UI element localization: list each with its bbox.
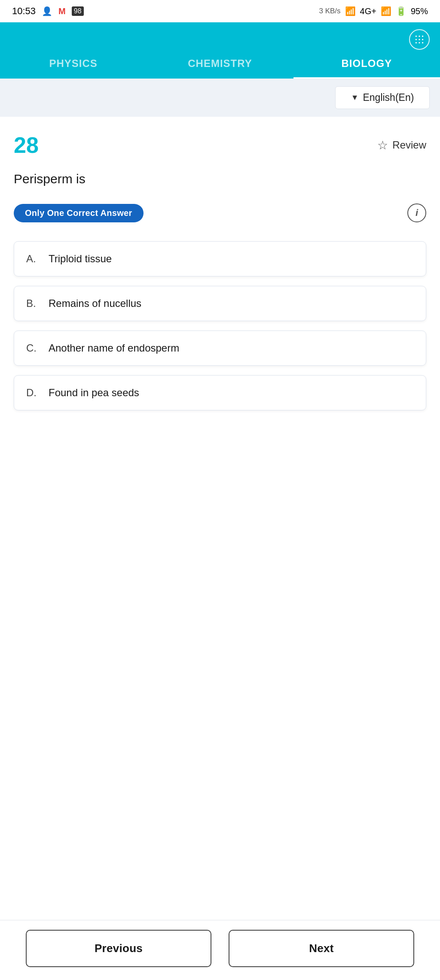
language-dropdown[interactable]: ▼ English(En) <box>335 86 430 109</box>
status-bar: 10:53 👤 M 98 3 KB/s 📶 4G+ 📶 🔋 95% <box>0 0 440 22</box>
option-b[interactable]: B. Remains of nucellus <box>14 286 426 321</box>
status-mail-icon: M <box>58 6 66 16</box>
svg-point-4 <box>419 39 420 40</box>
option-d-text: Found in pea seeds <box>49 387 139 399</box>
question-text: Perisperm is <box>14 170 426 188</box>
svg-point-2 <box>422 36 423 37</box>
info-icon: i <box>416 207 418 218</box>
review-label: Review <box>392 139 426 151</box>
status-battery-icon: 🔋 <box>396 6 406 16</box>
option-a-letter: A. <box>26 253 39 265</box>
main-content: 28 ☆ Review Perisperm is Only One Correc… <box>0 117 440 932</box>
options-list: A. Triploid tissue B. Remains of nucellu… <box>14 241 426 410</box>
option-b-text: Remains of nucellus <box>49 297 141 309</box>
status-time: 10:53 <box>12 6 36 17</box>
language-label: English(En) <box>363 92 414 103</box>
svg-point-0 <box>416 36 417 37</box>
nav-tabs: PHYSICS CHEMISTRY BIOLOGY <box>0 52 440 79</box>
answer-type-badge: Only One Correct Answer <box>14 204 144 222</box>
svg-point-5 <box>422 39 423 40</box>
next-button[interactable]: Next <box>229 930 414 967</box>
status-signal-icon: 📶 <box>381 6 391 16</box>
tab-chemistry[interactable]: CHEMISTRY <box>147 52 293 79</box>
status-network: 4G+ <box>360 6 376 16</box>
option-b-letter: B. <box>26 297 39 309</box>
option-a[interactable]: A. Triploid tissue <box>14 241 426 276</box>
status-battery: 95% <box>411 6 428 16</box>
bottom-navigation: Previous Next <box>0 920 440 980</box>
option-c-letter: C. <box>26 342 39 354</box>
svg-point-8 <box>422 42 423 43</box>
option-a-text: Triploid tissue <box>49 253 112 265</box>
tab-physics[interactable]: PHYSICS <box>0 52 147 79</box>
review-button[interactable]: ☆ Review <box>377 138 426 152</box>
status-wifi-icon: 📶 <box>345 6 356 16</box>
svg-point-3 <box>416 39 417 40</box>
status-extra-icon: 98 <box>72 6 84 16</box>
option-d[interactable]: D. Found in pea seeds <box>14 375 426 410</box>
question-number: 28 <box>14 132 39 158</box>
header-top <box>0 22 440 52</box>
option-c-text: Another name of endosperm <box>49 342 179 354</box>
option-d-letter: D. <box>26 387 39 399</box>
language-bar: ▼ English(En) <box>0 79 440 117</box>
svg-point-7 <box>419 42 420 43</box>
svg-point-1 <box>419 36 420 37</box>
status-left: 10:53 👤 M 98 <box>12 6 84 17</box>
dropdown-arrow: ▼ <box>351 93 359 102</box>
question-header: 28 ☆ Review <box>14 132 426 158</box>
svg-point-6 <box>416 42 417 43</box>
answer-type-row: Only One Correct Answer i <box>14 203 426 222</box>
option-c[interactable]: C. Another name of endosperm <box>14 331 426 366</box>
header: PHYSICS CHEMISTRY BIOLOGY <box>0 22 440 79</box>
tab-biology[interactable]: BIOLOGY <box>293 52 440 79</box>
status-kb: 3 KB/s <box>319 7 341 15</box>
info-button[interactable]: i <box>407 203 426 222</box>
previous-button[interactable]: Previous <box>26 930 211 967</box>
status-user-icon: 👤 <box>42 6 52 16</box>
status-right: 3 KB/s 📶 4G+ 📶 🔋 95% <box>319 6 428 16</box>
grid-menu-button[interactable] <box>409 29 430 50</box>
star-icon: ☆ <box>377 138 388 152</box>
